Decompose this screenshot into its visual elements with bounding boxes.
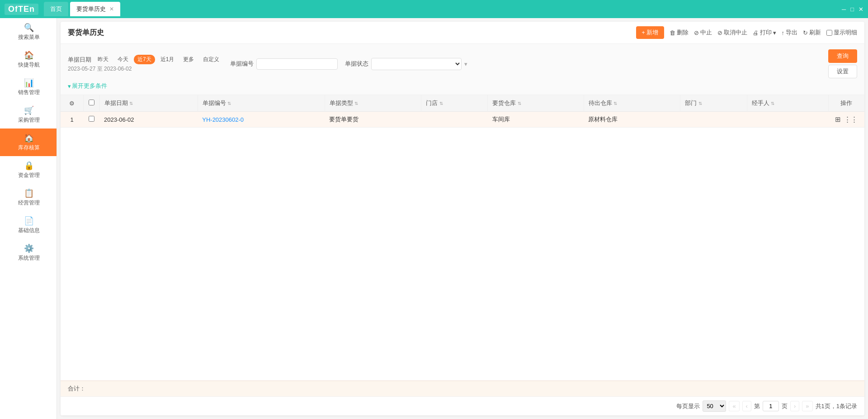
shortcut-today[interactable]: 今天 <box>114 55 132 64</box>
shortcut-yesterday[interactable]: 昨天 <box>94 55 112 64</box>
filter-buttons: 查询 设置 <box>828 49 857 78</box>
table-footer: 合计： <box>61 381 864 396</box>
window-maximize-btn[interactable]: □ <box>850 6 854 13</box>
row-index: 1 <box>61 112 83 128</box>
sort-icon-doc-date: ⇅ <box>129 101 133 106</box>
data-table: ⚙ 单据日期 ⇅ 单据编号 ⇅ 单据类型 <box>61 95 864 128</box>
th-settings[interactable]: ⚙ <box>61 95 83 112</box>
cell-doc-date: 2023-06-02 <box>99 112 198 128</box>
content-area: 要货单历史 + 新增 🗑 🗑 删除 删除 ⊘ 中止 ⊘ 取消中止 🖨 <box>61 22 864 415</box>
cell-dept <box>680 112 747 128</box>
stop-icon: ⊘ <box>694 29 699 36</box>
print-dropdown-icon: ▾ <box>773 29 776 36</box>
window-minimize-btn[interactable]: ─ <box>842 6 846 13</box>
sidebar-item-quick-nav[interactable]: 🏠 快捷导航 <box>0 46 57 73</box>
page-header: 要货单历史 + 新增 🗑 🗑 删除 删除 ⊘ 中止 ⊘ 取消中止 🖨 <box>61 22 864 44</box>
export-button[interactable]: ↑ 导出 <box>782 29 798 37</box>
cell-handler <box>747 112 828 128</box>
next-page-btn[interactable]: › <box>790 401 799 411</box>
query-button[interactable]: 查询 <box>828 49 857 63</box>
th-store[interactable]: 门店 ⇅ <box>421 95 488 112</box>
th-doc-date[interactable]: 单据日期 ⇅ <box>99 95 198 112</box>
doc-no-input[interactable] <box>256 58 338 70</box>
settings-button[interactable]: 设置 <box>828 65 857 78</box>
sidebar-item-search-menu[interactable]: 🔍 搜索菜单 <box>0 18 57 46</box>
sidebar-item-system-mgmt[interactable]: ⚙️ 系统管理 <box>0 239 57 267</box>
display-detail-checkbox[interactable] <box>826 30 832 36</box>
select-all-checkbox[interactable] <box>89 100 94 105</box>
cell-pending-warehouse: 原材料仓库 <box>584 112 680 128</box>
toolbar: + 新增 🗑 🗑 删除 删除 ⊘ 中止 ⊘ 取消中止 🖨 打印 ▾ <box>636 26 857 39</box>
row-checkbox[interactable] <box>89 116 94 122</box>
top-bar: OfTEn 首页 要货单历史 ✕ ─ □ ✕ <box>0 0 868 18</box>
display-detail-label: 显示明细 <box>834 29 857 37</box>
print-button[interactable]: 🖨 打印 ▾ <box>753 29 776 37</box>
per-page-select[interactable]: 50 10 20 100 <box>703 400 726 412</box>
total-info: 共1页，1条记录 <box>816 402 857 410</box>
cell-req-warehouse: 车间库 <box>488 112 584 128</box>
sidebar-item-sales-mgmt[interactable]: 📊 销售管理 <box>0 73 57 101</box>
cart-icon: 🛒 <box>24 106 34 114</box>
th-doc-type[interactable]: 单据类型 ⇅ <box>325 95 421 112</box>
tab-requisition-history[interactable]: 要货单历史 ✕ <box>70 2 120 16</box>
sort-icon-req-warehouse: ⇅ <box>518 101 521 106</box>
sidebar-item-basic-info[interactable]: 📄 基础信息 <box>0 211 57 239</box>
home-icon: 🏠 <box>24 51 34 59</box>
tab-home[interactable]: 首页 <box>44 2 68 16</box>
doc-no-label: 单据编号 <box>230 60 254 68</box>
shortcut-last1month[interactable]: 近1月 <box>157 55 178 64</box>
th-checkbox <box>83 95 99 112</box>
doc-no-link[interactable]: YH-20230602-0 <box>202 116 244 123</box>
status-dropdown-icon: ▾ <box>464 61 467 67</box>
add-button[interactable]: + 新增 <box>636 26 664 39</box>
row-edit-icon[interactable]: ⊞ <box>835 115 841 123</box>
th-pending-warehouse[interactable]: 待出仓库 ⇅ <box>584 95 680 112</box>
page-label: 第 <box>754 402 760 410</box>
cancel-stop-button[interactable]: ⊘ 取消中止 <box>717 29 747 37</box>
delete-icon: 🗑 <box>670 29 675 36</box>
first-page-btn[interactable]: « <box>729 401 739 411</box>
search-icon: 🔍 <box>24 24 34 32</box>
window-close-btn[interactable]: ✕ <box>859 6 863 13</box>
page-title: 要货单历史 <box>68 28 636 38</box>
last-page-btn[interactable]: » <box>802 401 812 411</box>
th-doc-no[interactable]: 单据编号 ⇅ <box>198 95 325 112</box>
sort-icon-doc-type: ⇅ <box>354 101 358 106</box>
stop-button[interactable]: ⊘ 中止 <box>694 29 712 37</box>
pagination-bar: 每页显示 50 10 20 100 « ‹ 第 页 › » 共1页，1条记录 <box>61 396 864 415</box>
date-filter-label: 单据日期 <box>68 56 91 64</box>
sidebar-item-finance-mgmt[interactable]: 🔒 资金管理 <box>0 156 57 184</box>
refresh-icon: ↻ <box>803 29 808 36</box>
cancel-stop-icon: ⊘ <box>717 29 722 36</box>
sort-icon-handler: ⇅ <box>771 101 774 106</box>
gear-icon: ⚙️ <box>24 244 34 252</box>
sidebar-item-inventory-calc[interactable]: 🏠 库存核算 <box>0 129 57 156</box>
shortcut-more[interactable]: 更多 <box>179 55 198 64</box>
refresh-button[interactable]: ↻ 刷新 <box>803 29 821 37</box>
summary-label: 合计： <box>68 385 85 392</box>
tab-close-icon[interactable]: ✕ <box>109 6 114 12</box>
date-range-display: 2023-05-27 至 2023-06-02 <box>68 65 132 73</box>
doc-status-select[interactable] <box>371 58 462 70</box>
table-row: 1 2023-06-02 YH-20230602-0 要货单要货 车间库 原材料… <box>61 112 864 128</box>
shortcut-last7days[interactable]: 近7天 <box>134 55 155 64</box>
display-detail-checkbox-wrap[interactable]: 显示明细 <box>826 29 857 37</box>
sidebar-item-ops-mgmt[interactable]: 📋 经营管理 <box>0 184 57 211</box>
th-dept[interactable]: 部门 ⇅ <box>680 95 747 112</box>
filter-area: 单据日期 昨天 今天 近7天 近1月 更多 自定义 2023-05-27 至 2… <box>61 44 864 95</box>
delete-button[interactable]: 🗑 🗑 删除 删除 <box>670 29 689 37</box>
sort-icon-pending-warehouse: ⇅ <box>613 101 617 106</box>
doc-icon: 📄 <box>24 217 34 225</box>
th-actions: 操作 <box>828 95 864 112</box>
shortcut-custom[interactable]: 自定义 <box>199 55 223 64</box>
th-req-warehouse[interactable]: 要货仓库 ⇅ <box>488 95 584 112</box>
prev-page-btn[interactable]: ‹ <box>742 401 751 411</box>
cell-actions: ⊞ ⋮⋮ <box>828 112 864 128</box>
expand-more-btn[interactable]: ▾ 展开更多条件 <box>68 82 857 90</box>
current-page-input[interactable] <box>763 401 779 411</box>
sidebar-item-purchase-mgmt[interactable]: 🛒 采购管理 <box>0 101 57 129</box>
th-handler[interactable]: 经手人 ⇅ <box>747 95 828 112</box>
row-more-icon[interactable]: ⋮⋮ <box>844 115 858 123</box>
sort-icon-doc-no: ⇅ <box>227 101 231 106</box>
top-bar-right: ─ □ ✕ <box>842 6 863 13</box>
